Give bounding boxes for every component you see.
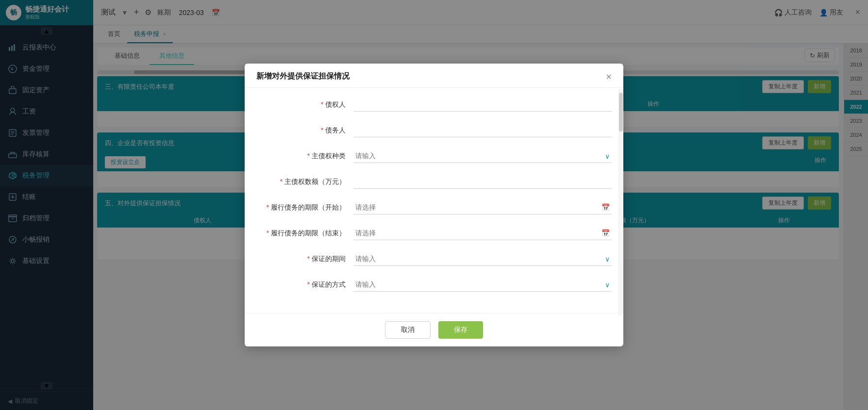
modal-scrollbar-thumb[interactable] bbox=[619, 93, 623, 131]
guarantee-method-input[interactable] bbox=[353, 278, 612, 292]
guarantee-method-label: * 保证的方式 bbox=[256, 280, 353, 289]
form-field-debt-amount: * 主债权数额（万元） bbox=[256, 175, 612, 189]
form-field-guarantee-period: * 保证的期间 ∨ bbox=[256, 252, 612, 266]
form-field-period-start: * 履行债务的期限（开始） 📅 bbox=[256, 200, 612, 214]
form-field-guarantee-method: * 保证的方式 ∨ bbox=[256, 278, 612, 292]
modal: 新增对外提供保证担保情况 × * 债权人 * 债务人 bbox=[245, 64, 623, 346]
modal-footer: 取消 保存 bbox=[245, 313, 623, 346]
period-start-label: * 履行债务的期限（开始） bbox=[256, 203, 353, 212]
period-end-date-wrap: 📅 bbox=[353, 226, 612, 240]
period-start-date-wrap: 📅 bbox=[353, 200, 612, 214]
guarantee-method-select-wrap: ∨ bbox=[353, 278, 612, 292]
guarantee-period-select-wrap: ∨ bbox=[353, 252, 612, 266]
debt-amount-label: * 主债权数额（万元） bbox=[256, 178, 353, 186]
calendar-start-icon[interactable]: 📅 bbox=[600, 203, 612, 211]
debt-type-input[interactable] bbox=[353, 149, 612, 163]
debt-amount-input[interactable] bbox=[353, 175, 612, 189]
modal-header: 新增对外提供保证担保情况 × bbox=[245, 64, 623, 88]
creditor-label: * 债权人 bbox=[256, 100, 353, 109]
debt-type-label: * 主债权种类 bbox=[256, 152, 353, 161]
debtor-label: * 债务人 bbox=[256, 126, 353, 135]
form-field-debt-type: * 主债权种类 ∨ bbox=[256, 149, 612, 163]
modal-body: * 债权人 * 债务人 * 主债权种类 bbox=[245, 88, 623, 313]
period-start-input[interactable] bbox=[353, 200, 600, 214]
form-field-period-end: * 履行债务的期限（结束） 📅 bbox=[256, 226, 612, 240]
guarantee-period-label: * 保证的期间 bbox=[256, 255, 353, 263]
modal-overlay: 新增对外提供保证担保情况 × * 债权人 * 债务人 bbox=[0, 0, 868, 410]
cancel-btn[interactable]: 取消 bbox=[385, 321, 431, 339]
modal-scrollbar-track bbox=[618, 89, 623, 315]
calendar-end-icon[interactable]: 📅 bbox=[600, 229, 612, 237]
debtor-input[interactable] bbox=[353, 123, 612, 137]
modal-title: 新增对外提供保证担保情况 bbox=[256, 71, 350, 82]
guarantee-period-input[interactable] bbox=[353, 252, 612, 266]
period-end-label: * 履行债务的期限（结束） bbox=[256, 229, 353, 238]
creditor-input[interactable] bbox=[353, 98, 612, 112]
period-end-input[interactable] bbox=[353, 226, 600, 240]
save-btn[interactable]: 保存 bbox=[438, 321, 483, 339]
form-field-debtor: * 债务人 bbox=[256, 123, 612, 137]
debt-type-select-wrap: ∨ bbox=[353, 149, 612, 163]
form-field-creditor: * 债权人 bbox=[256, 98, 612, 112]
modal-close-btn[interactable]: × bbox=[606, 72, 612, 82]
